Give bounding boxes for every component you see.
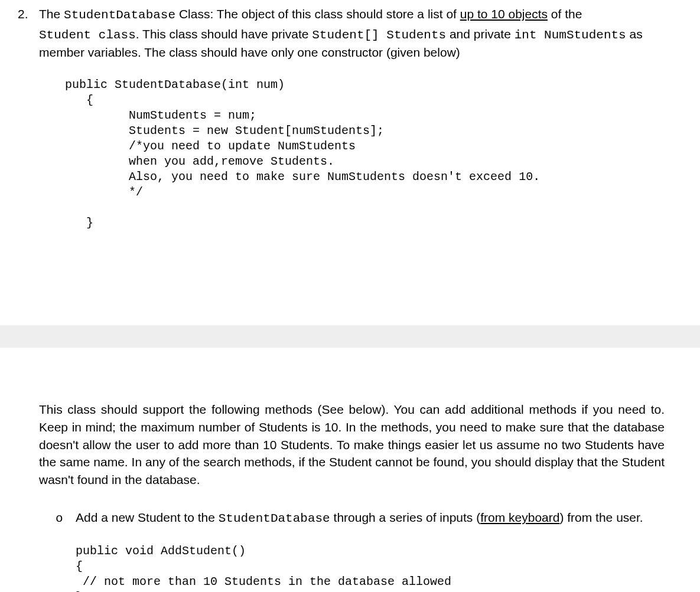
- code-line: NumStudents = num;: [65, 109, 256, 122]
- text-part: Class: The object of this class should s…: [175, 7, 460, 21]
- addstudent-code-block: public void AddStudent() { // not more t…: [76, 544, 682, 592]
- bullet-text: Add a new Student to the StudentDatabase…: [76, 509, 665, 527]
- question-number: 2.: [18, 7, 38, 21]
- code-line: */: [65, 185, 143, 199]
- code-line: public void AddStudent(): [76, 544, 246, 558]
- bullet-marker: o: [56, 512, 76, 525]
- page-bottom: This class should support the following …: [0, 395, 700, 592]
- bullet-add-student: o Add a new Student to the StudentDataba…: [56, 509, 665, 527]
- code-line: Also, you need to make sure NumStudents …: [65, 170, 540, 184]
- underlined-text: from keyboard: [480, 511, 559, 524]
- question-header: 2. The StudentDatabase Class: The object…: [18, 6, 682, 24]
- code-line: public StudentDatabase(int num): [65, 78, 285, 91]
- code-inline: StudentDatabase: [219, 512, 330, 525]
- underlined-text: up to 10 objects: [460, 7, 548, 21]
- question-continuation: Student class. This class should have pr…: [39, 26, 682, 61]
- text-part: ) from the user.: [559, 511, 643, 524]
- code-line: // not more than 10 Students in the data…: [76, 575, 451, 588]
- code-line: {: [76, 560, 83, 573]
- methods-paragraph: This class should support the following …: [39, 401, 665, 489]
- code-line: Students = new Student[numStudents];: [65, 124, 384, 138]
- text-part: Add a new Student to the: [76, 511, 219, 524]
- class-name: StudentDatabase: [64, 8, 175, 22]
- code-line: /*you need to update NumStudents: [65, 139, 356, 153]
- code-line: }: [65, 216, 93, 230]
- page-top: 2. The StudentDatabase Class: The object…: [0, 0, 700, 248]
- text-part: The: [39, 7, 64, 21]
- code-inline: int NumStudents: [515, 28, 626, 42]
- page-divider: [0, 325, 700, 348]
- text-part: through a series of inputs (: [330, 511, 480, 524]
- text-part: and private: [446, 27, 515, 41]
- code-line: {: [65, 93, 93, 107]
- question-text: The StudentDatabase Class: The object of…: [39, 6, 682, 24]
- constructor-code-block: public StudentDatabase(int num) { NumStu…: [65, 77, 682, 231]
- code-line: when you add,remove Students.: [65, 155, 334, 168]
- code-inline: Student[] Students: [312, 28, 446, 42]
- text-part: of the: [548, 7, 582, 21]
- class-name: Student class: [39, 28, 136, 42]
- text-part: . This class should have private: [136, 27, 312, 41]
